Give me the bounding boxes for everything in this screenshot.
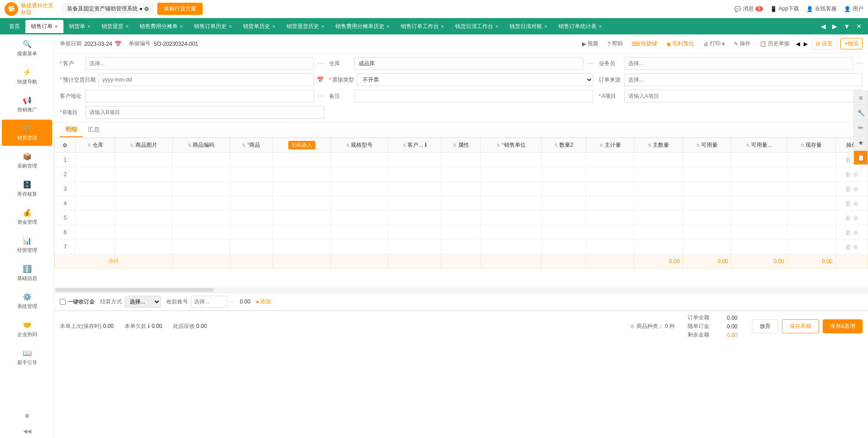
sidebar-item-search[interactable]: 🔍 搜索菜单 — [2, 35, 52, 62]
calendar-icon[interactable]: 📅 — [115, 41, 121, 47]
tab-stats[interactable]: 销售订单统计表 ✕ — [553, 20, 607, 33]
user-btn[interactable]: 👤 用户 — [844, 5, 863, 13]
row-1-qty2[interactable] — [542, 153, 586, 167]
nav-close-all-icon[interactable]: ✕ — [853, 22, 864, 31]
right-panel-btn-3[interactable]: ✏ — [853, 120, 868, 135]
tab-daily-reconcile[interactable]: 钱货日清对账 ✕ — [504, 20, 553, 33]
tab-close-icon[interactable]: ✕ — [87, 24, 91, 29]
row-copy-icon[interactable]: ⊕ — [853, 171, 858, 178]
one-click-checkbox[interactable] — [60, 299, 66, 305]
row-2-customer-code[interactable] — [388, 167, 441, 182]
scrollbar-thumb[interactable] — [55, 288, 214, 292]
row-delete-icon[interactable]: 🗑 — [845, 243, 851, 250]
tab-sales-fee[interactable]: 销售费用分摊单 ✕ — [134, 20, 189, 33]
tab-sales-slip[interactable]: 销货单 ✕ — [63, 20, 96, 33]
row-2-warehouse[interactable] — [76, 167, 115, 182]
system-title-area[interactable]: 装备及固定资产辅助管理系统 ▾ ⚙ — [63, 3, 154, 14]
tab-close-icon[interactable]: ✕ — [441, 24, 444, 29]
settings-icon[interactable]: ⚙ — [144, 6, 149, 12]
tab-close-icon[interactable]: ✕ — [272, 24, 276, 29]
table-scrollbar[interactable] — [54, 287, 868, 293]
tab-slip-history[interactable]: 销货单历史 ✕ — [238, 20, 281, 33]
sidebar-item-sales[interactable]: 🛒 销售管理 — [2, 120, 52, 146]
sidebar-item-operations[interactable]: 📊 经营管理 — [2, 232, 52, 258]
row-1-warehouse[interactable] — [76, 153, 115, 167]
row-2-code[interactable] — [172, 167, 230, 182]
tab-sales-return[interactable]: 销货退货 ✕ — [96, 20, 134, 33]
right-panel-btn-5[interactable]: 📋 — [853, 150, 868, 165]
row-copy-icon[interactable]: ⊕ — [853, 214, 858, 221]
view-btn[interactable]: ▶ 视频 — [579, 39, 601, 48]
row-copy-icon[interactable]: ⊕ — [853, 200, 858, 207]
product-types-link[interactable]: ⊙ — [630, 323, 635, 329]
operations-btn[interactable]: ✎ 操作 — [731, 39, 753, 48]
tab-close-icon[interactable]: ✕ — [321, 24, 325, 29]
nav-next-icon[interactable]: ▶ — [829, 22, 840, 31]
history-btn[interactable]: 📋 历史单据 — [757, 39, 792, 48]
invoice-select[interactable]: 不开票 — [357, 73, 593, 86]
sidebar-item-inventory[interactable]: 🗄️ 库存核算 — [2, 176, 52, 202]
row-delete-icon[interactable]: 🗑 — [845, 156, 851, 164]
tab-home[interactable]: 首页 — [4, 20, 25, 33]
tab-close-icon[interactable]: ✕ — [495, 24, 499, 29]
row-copy-icon[interactable]: ⊕ — [853, 243, 858, 250]
tab-return-history[interactable]: 销货退货历史 ✕ — [281, 20, 330, 33]
sidebar-collapse-btn[interactable]: ◀◀ — [0, 424, 54, 438]
scan-button[interactable]: 扫码录入 — [288, 141, 315, 149]
calendar-icon-delivery[interactable]: 📅 — [317, 77, 324, 83]
row-1-product[interactable] — [230, 153, 273, 167]
profit-btn[interactable]: ◉ 毛利预估 — [664, 39, 697, 48]
tab-close-icon[interactable]: ✕ — [544, 24, 548, 29]
material-btn[interactable]: +物流 — [840, 38, 863, 49]
tab-close-icon[interactable]: ✕ — [228, 24, 232, 29]
sidebar-item-quicknav[interactable]: ⚡ 快捷导航 — [2, 63, 52, 90]
nav-expand-icon[interactable]: ▼ — [841, 22, 853, 31]
salesperson-dots[interactable]: ··· — [857, 59, 863, 67]
row-2-product[interactable] — [230, 167, 273, 182]
row-1-unit[interactable] — [480, 153, 541, 167]
tab-daily-workbench[interactable]: 钱货日清工作台 ✕ — [450, 20, 504, 33]
col-scan[interactable]: 扫码录入 — [273, 138, 331, 153]
warehouse-dots[interactable]: ··· — [587, 59, 593, 67]
customer-input[interactable] — [85, 57, 314, 70]
add-btn[interactable]: ● 添加 — [256, 298, 271, 306]
sidebar-item-purchase[interactable]: 📦 采购管理 — [2, 148, 52, 174]
row-delete-icon[interactable]: 🗑 — [845, 185, 851, 193]
tab-close-icon[interactable]: ✕ — [598, 24, 602, 29]
a-project-input[interactable] — [624, 90, 863, 102]
nav-prev-form-icon[interactable]: ◀ — [796, 41, 800, 47]
tab-fee-history[interactable]: 销售费用分摊单历史 ✕ — [330, 20, 395, 33]
tab-sales-history[interactable]: 销售订单历史 ✕ — [189, 20, 238, 33]
help-btn[interactable]: ? 帮助 — [605, 39, 626, 48]
account-input[interactable] — [191, 296, 227, 308]
sidebar-item-finance[interactable]: 💰 资金管理 — [2, 204, 52, 230]
settings-btn[interactable]: ⚙ 设置 — [811, 38, 837, 49]
tab-close-icon[interactable]: ✕ — [54, 24, 58, 29]
warehouse-input[interactable] — [354, 57, 583, 70]
nav-prev-icon[interactable]: ◀ — [818, 22, 829, 31]
b-project-input[interactable] — [85, 106, 325, 119]
save-new-button[interactable]: 保存&新增 — [823, 319, 863, 333]
row-copy-icon[interactable]: ⊕ — [853, 229, 858, 236]
sidebar-settings-btn[interactable]: ⚙ — [2, 409, 52, 424]
tab-detail[interactable]: 明细 — [60, 123, 82, 137]
customer-address-input[interactable] — [85, 90, 314, 102]
notes-input[interactable] — [354, 90, 593, 102]
row-2-unit[interactable] — [480, 167, 541, 182]
row-1-spec[interactable] — [331, 153, 388, 167]
customer-dots[interactable]: ··· — [318, 59, 324, 67]
sidebar-item-basic[interactable]: ℹ️ 基础信息 — [2, 260, 52, 286]
right-panel-btn-4[interactable]: ★ — [853, 135, 868, 150]
delivery-date-input[interactable] — [98, 73, 315, 86]
order-source-input[interactable] — [624, 73, 863, 86]
row-delete-icon[interactable]: 🗑 — [845, 229, 851, 236]
salesperson-input[interactable] — [624, 57, 853, 70]
tab-close-icon[interactable]: ✕ — [179, 24, 183, 29]
row-delete-icon[interactable]: 🗑 — [845, 171, 851, 178]
tab-workbench[interactable]: 销售订单工作台 ✕ — [395, 20, 450, 33]
discard-button[interactable]: 放弃 — [752, 319, 778, 333]
row-1-attr[interactable] — [441, 153, 480, 167]
right-panel-btn-1[interactable]: ≡ — [853, 91, 868, 105]
payment-select[interactable]: 选择... — [125, 296, 161, 308]
solution-button[interactable]: 体验行业方案 — [157, 3, 203, 15]
